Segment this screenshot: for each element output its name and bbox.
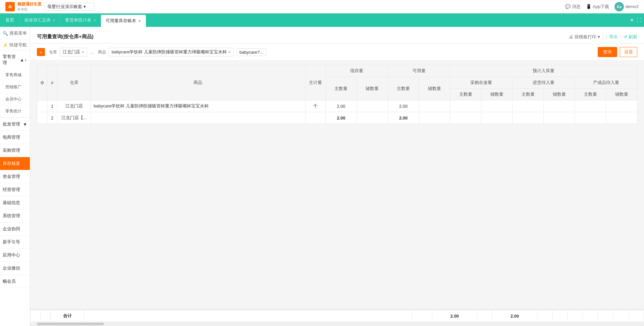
tab-orders-close[interactable]: ✕: [93, 18, 96, 22]
sidebar-quick-nav[interactable]: ⚡ 快捷导航: [0, 40, 30, 50]
sidebar-group-basic-title[interactable]: 基础信息: [0, 196, 30, 209]
cell-production-main-1: [575, 100, 606, 112]
tab-orders[interactable]: 要货单统计表 ✕: [60, 13, 101, 27]
tab-available-close[interactable]: ✕: [138, 19, 141, 23]
warehouse-more-icon[interactable]: ...: [90, 49, 94, 55]
sidebar-group-purchase-title[interactable]: 采购管理: [0, 144, 30, 157]
horizontal-scrollbar[interactable]: [30, 322, 644, 326]
footer-empty-product: [84, 310, 412, 322]
sidebar-search[interactable]: 🔍 搜索菜单: [0, 27, 30, 40]
close-all-icon[interactable]: ✕: [630, 17, 634, 23]
sidebar-group-wholesale-title[interactable]: 批发管理 ▼: [0, 118, 30, 131]
app-icon: 📱: [586, 4, 591, 9]
sidebar-group-apps-title[interactable]: 应用中心: [0, 249, 30, 262]
th-avail-aux: 辅数量: [419, 77, 450, 100]
sidebar-group-guide-title[interactable]: 新手引导: [0, 236, 30, 248]
user-profile[interactable]: Ea demo2: [614, 2, 639, 11]
cell-avail-main-2: 2.00: [388, 112, 419, 124]
query-button[interactable]: 查询: [598, 47, 617, 57]
th-planned: 预计入库量: [450, 65, 637, 77]
message-icon: 💬: [565, 4, 571, 9]
member-label: 畅会员: [3, 278, 16, 284]
export-button[interactable]: ↑ 导出: [606, 34, 618, 40]
sidebar-group-member-title[interactable]: 畅会员: [0, 275, 30, 288]
finance-label: 资金管理: [3, 174, 20, 180]
th-warehouse: 仓库: [57, 65, 91, 100]
cell-avail-aux-2: [419, 112, 450, 124]
warehouse-tag-value: 江北门店: [63, 49, 80, 55]
cell-avail-main-1: 2.00: [388, 100, 419, 112]
th-product: 商品: [91, 65, 306, 100]
expand-icon[interactable]: ⛶: [637, 17, 641, 23]
tab-receipts-close[interactable]: ✕: [53, 18, 55, 22]
message-label: 消息: [572, 4, 581, 10]
ecommerce-label: 电商管理: [3, 134, 20, 140]
sidebar-group-collab-title[interactable]: 企业协同: [0, 223, 30, 235]
sidebar-group-inventory-title[interactable]: 库存核算: [0, 157, 30, 170]
export-label: 导出: [609, 34, 618, 40]
avatar: Ea: [614, 2, 624, 11]
cell-stock-main-1: 2.00: [325, 100, 357, 112]
store-selector[interactable]: 母婴行业演示账套 ▾: [44, 3, 95, 11]
brand-subtitle: 标准版: [17, 7, 42, 12]
cell-product-2: [91, 112, 306, 124]
th-incoming-aux: 辅数量: [544, 89, 575, 100]
filter-actions: 查询 设置: [598, 47, 637, 57]
cell-purchase-main-1: [450, 100, 481, 112]
footer-prod-main: [613, 310, 629, 322]
main-layout: 🔍 搜索菜单 ⚡ 快捷导航 零售管理 ▲ 零售商城 营销推广 会员中心 零售统计…: [0, 27, 644, 326]
page-title: 可用量查询(按仓库+商品): [37, 34, 94, 40]
purchase-label: 采购管理: [3, 147, 20, 153]
data-table: ⚙ # 仓库 商品 主计量 现存量 可用量 预计入库量 主数量 辅数量 主数量 …: [37, 65, 637, 124]
expand-filter-button[interactable]: »: [37, 48, 45, 56]
th-index: #: [47, 65, 57, 100]
scrollbar-thumb[interactable]: [37, 323, 104, 325]
warehouse-tag[interactable]: 江北门店 ✕: [60, 48, 87, 56]
sidebar-group-operations: 经营管理: [0, 183, 30, 196]
tab-receipts[interactable]: 收发存汇总表 ✕: [20, 13, 60, 27]
sidebar-item-retail-stats[interactable]: 零售统计: [0, 105, 30, 118]
operations-label: 经营管理: [3, 187, 20, 193]
product-filter-label: 商品: [98, 49, 106, 55]
sidebar-item-members[interactable]: 会员中心: [0, 93, 30, 105]
footer-purchase-aux: [568, 310, 583, 322]
sidebar-group-ecommerce-title[interactable]: 电商管理: [0, 131, 30, 144]
tab-receipts-label: 收发存汇总表: [24, 17, 51, 23]
table-row: 2 江北门店【... 2.00 2.00: [37, 112, 637, 124]
cell-incoming-aux-1: [544, 100, 575, 112]
tab-home[interactable]: 首页: [0, 13, 20, 27]
topbar-left: 品 畅捷通好生意 标准版 母婴行业演示账套 ▾: [5, 1, 95, 12]
sidebar-group-collab: 企业协同: [0, 223, 30, 236]
th-purchase-aux: 辅数量: [481, 89, 513, 100]
product-tag-1-close[interactable]: ✕: [228, 50, 231, 54]
refresh-button[interactable]: ↺ 刷新: [624, 34, 637, 40]
template-print-label: 按模板打印: [575, 34, 596, 40]
tab-available-label: 可用量库存账本: [106, 18, 136, 24]
topbar: 品 畅捷通好生意 标准版 母婴行业演示账套 ▾ 💬 消息 📱 App下载 Ea …: [0, 0, 644, 13]
tab-available[interactable]: 可用量库存账本 ✕: [101, 15, 146, 27]
sidebar-item-retail-mall[interactable]: 零售商城: [0, 69, 30, 81]
sidebar-group-inventory: 库存核算: [0, 157, 30, 170]
message-button[interactable]: 💬 消息: [565, 4, 581, 10]
footer-stock-main: 2.00: [432, 310, 477, 322]
product-tag-1[interactable]: babycare学饮杯 儿童防摔防撞吸管杯重力球吸嘴杯宝宝水杯 ✕: [109, 48, 234, 56]
th-settings[interactable]: ⚙: [37, 65, 47, 100]
warehouse-tag-close[interactable]: ✕: [82, 50, 84, 54]
footer-cell-empty2: [41, 310, 51, 322]
wholesale-label: 批发管理: [3, 121, 20, 127]
app-download-button[interactable]: 📱 App下载: [586, 4, 609, 10]
sidebar-group-operations-title[interactable]: 经营管理: [0, 183, 30, 196]
sidebar-group-finance-title[interactable]: 资金管理: [0, 170, 30, 183]
sidebar-item-marketing[interactable]: 营销推广: [0, 81, 30, 93]
product-tag-2[interactable]: babycare?...: [236, 48, 267, 56]
sidebar-group-retail-title[interactable]: 零售管理 ▲: [0, 50, 30, 69]
sidebar-group-wechat-title[interactable]: 企业微信: [0, 262, 30, 275]
table-row: 1 江北门店 babycare学饮杯 儿童防摔防撞吸管杯重力球吸嘴杯宝宝水杯 个…: [37, 100, 637, 112]
cell-product-1: babycare学饮杯 儿童防摔防撞吸管杯重力球吸嘴杯宝宝水杯: [91, 100, 306, 112]
th-available: 可用量: [388, 65, 450, 77]
sidebar-group-finance: 资金管理: [0, 170, 30, 183]
sidebar-group-system-title[interactable]: 系统管理: [0, 209, 30, 222]
settings-button[interactable]: 设置: [620, 47, 637, 57]
template-print-button[interactable]: 🖨 按模板打印 ▾: [569, 34, 600, 40]
page-actions: 🖨 按模板打印 ▾ ↑ 导出 ↺ 刷新: [569, 34, 638, 40]
